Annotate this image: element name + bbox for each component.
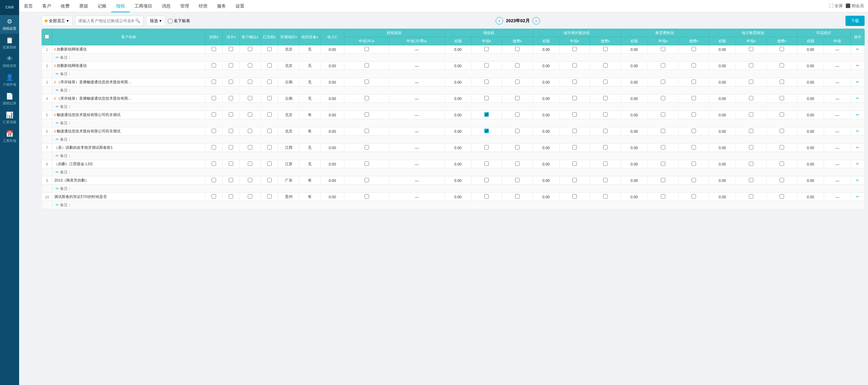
chao-shui-check[interactable]	[212, 194, 216, 199]
city-fee-check[interactable]	[603, 112, 608, 117]
nav-tax[interactable]: 报税	[111, 0, 130, 12]
vat-report-check[interactable]	[484, 129, 489, 133]
filter-button[interactable]: 筛选 ▾	[146, 16, 165, 26]
customer-confirm-check[interactable]	[248, 47, 252, 51]
local-report-check[interactable]	[749, 80, 753, 84]
qing-ka-check[interactable]	[229, 80, 233, 84]
nav-invoice[interactable]: 票据	[74, 0, 93, 12]
vat-fee-check[interactable]	[515, 129, 520, 133]
fin-annual-check[interactable]	[365, 112, 369, 117]
local-report-check[interactable]	[749, 63, 753, 68]
sidebar-item-tax-settings[interactable]: ⚙ 报税设置	[0, 15, 19, 34]
local-report-check[interactable]	[749, 161, 753, 166]
nav-customer[interactable]: 客户	[38, 0, 56, 12]
search-input[interactable]	[78, 18, 134, 23]
vat-fee-check[interactable]	[515, 47, 520, 51]
local-report-check[interactable]	[749, 178, 753, 182]
edu-report-check[interactable]	[661, 63, 665, 68]
edu-fee-check[interactable]	[692, 194, 696, 199]
customer-confirm-check[interactable]	[248, 129, 252, 133]
vat-report-check[interactable]	[484, 145, 489, 149]
city-report-check[interactable]	[572, 112, 577, 117]
fin-annual-check[interactable]	[365, 194, 369, 199]
vat-report-check[interactable]	[484, 161, 489, 166]
chao-shui-check[interactable]	[212, 129, 216, 133]
edu-fee-check[interactable]	[692, 96, 696, 100]
vat-fee-check[interactable]	[515, 96, 520, 100]
customer-confirm-check[interactable]	[248, 194, 252, 199]
nav-manage[interactable]: 管理	[175, 0, 194, 12]
customer-confirm-check[interactable]	[248, 178, 252, 182]
nav-operation[interactable]: 经营	[194, 0, 212, 12]
edit-icon[interactable]: ✏	[856, 47, 859, 51]
sidebar-item-tax-record[interactable]: 📄 报税记录	[0, 90, 19, 109]
qing-ka-check[interactable]	[229, 63, 233, 68]
next-month-button[interactable]: ›	[532, 17, 540, 25]
vat-fee-check[interactable]	[515, 194, 520, 199]
completed-check[interactable]	[267, 129, 272, 133]
city-report-check[interactable]	[572, 129, 577, 133]
employee-filter[interactable]: 全部员工 ▾	[42, 16, 72, 26]
vat-fee-check[interactable]	[515, 145, 520, 149]
local-fee-check[interactable]	[780, 96, 784, 100]
edu-fee-check[interactable]	[692, 63, 696, 68]
completed-check[interactable]	[267, 96, 272, 100]
city-fee-check[interactable]	[603, 80, 608, 84]
completed-check[interactable]	[267, 145, 272, 149]
city-report-check[interactable]	[572, 80, 577, 84]
vat-report-check[interactable]	[484, 194, 489, 199]
vat-fee-check[interactable]	[515, 63, 520, 68]
edu-fee-check[interactable]	[692, 161, 696, 166]
local-fee-check[interactable]	[780, 145, 784, 149]
local-fee-check[interactable]	[780, 80, 784, 84]
qing-ka-check[interactable]	[229, 112, 233, 117]
city-report-check[interactable]	[572, 96, 577, 100]
edu-report-check[interactable]	[661, 129, 665, 133]
edu-report-check[interactable]	[661, 145, 665, 149]
edu-fee-check[interactable]	[692, 112, 696, 117]
local-fee-check[interactable]	[780, 112, 784, 117]
qing-ka-check[interactable]	[229, 47, 233, 51]
edu-report-check[interactable]	[661, 47, 665, 51]
edu-report-check[interactable]	[661, 194, 665, 199]
sidebar-item-personal-report[interactable]: 👤 个税申报	[0, 71, 19, 90]
edit-icon[interactable]: ✏	[856, 80, 859, 84]
nav-bookkeeping[interactable]: 记账	[93, 0, 111, 12]
local-report-check[interactable]	[749, 194, 753, 199]
edu-report-check[interactable]	[661, 96, 665, 100]
local-fee-check[interactable]	[780, 129, 784, 133]
local-fee-check[interactable]	[780, 161, 784, 166]
fin-annual-check[interactable]	[365, 63, 369, 68]
customer-confirm-check[interactable]	[248, 96, 252, 100]
vip-btn[interactable]: ⬛ 稻会员	[845, 3, 864, 9]
edu-report-check[interactable]	[661, 80, 665, 84]
chao-shui-check[interactable]	[212, 112, 216, 117]
edit-icon[interactable]: ✏	[856, 162, 859, 166]
vat-fee-check[interactable]	[515, 80, 520, 84]
edu-fee-check[interactable]	[692, 178, 696, 182]
vat-report-check[interactable]	[484, 63, 489, 68]
chao-shui-check[interactable]	[212, 96, 216, 100]
sidebar-item-summary[interactable]: 📊 汇算清缴	[0, 109, 19, 127]
customer-confirm-check[interactable]	[248, 80, 252, 84]
local-report-check[interactable]	[749, 145, 753, 149]
customer-confirm-check[interactable]	[248, 145, 252, 149]
city-report-check[interactable]	[572, 194, 577, 199]
city-fee-check[interactable]	[603, 161, 608, 166]
qing-ka-check[interactable]	[229, 161, 233, 166]
edu-fee-check[interactable]	[692, 80, 696, 84]
chao-shui-check[interactable]	[212, 145, 216, 149]
completed-check[interactable]	[267, 178, 272, 182]
chao-shui-check[interactable]	[212, 178, 216, 182]
local-report-check[interactable]	[749, 47, 753, 51]
local-fee-check[interactable]	[780, 47, 784, 51]
city-fee-check[interactable]	[603, 129, 608, 133]
nav-service[interactable]: 服务	[212, 0, 231, 12]
city-fee-check[interactable]	[603, 63, 608, 68]
sidebar-item-batch-tax[interactable]: 📋 批量报税	[0, 34, 19, 53]
completed-check[interactable]	[267, 47, 272, 51]
fin-annual-check[interactable]	[365, 129, 369, 133]
local-report-check[interactable]	[749, 96, 753, 100]
edit-icon[interactable]: ✏	[856, 195, 859, 199]
select-all-checkbox[interactable]	[45, 34, 49, 39]
